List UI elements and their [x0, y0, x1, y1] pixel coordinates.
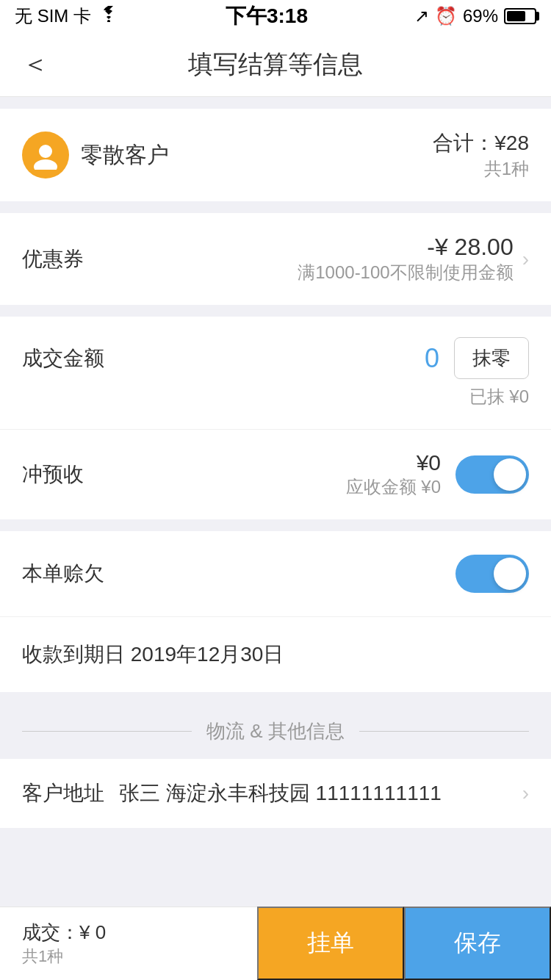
bottom-info: 成交：¥ 0 共1种: [0, 907, 257, 980]
status-right: ↗ ⏰ 69%: [414, 6, 536, 26]
wifi-icon: [98, 6, 119, 26]
bottom-transaction-value: ¥ 0: [79, 921, 106, 943]
round-zero-button[interactable]: 抹零: [454, 337, 529, 379]
customer-avatar: [22, 131, 69, 179]
customer-total: 合计：¥28: [433, 129, 529, 157]
save-button[interactable]: 保存: [404, 907, 551, 980]
customer-name: 零散客户: [81, 140, 169, 170]
prepay-sub: 应收金额 ¥0: [346, 475, 441, 499]
credit-row: 本单赊欠: [0, 531, 551, 616]
carrier-text: 无 SIM 卡: [15, 4, 91, 28]
coupon-desc: 满1000-100不限制使用金额: [298, 261, 513, 284]
bottom-transaction: 成交：¥ 0: [22, 920, 235, 945]
back-button[interactable]: ＜: [22, 46, 48, 82]
address-chevron-icon: ›: [522, 782, 529, 805]
address-label: 客户地址: [22, 779, 104, 807]
coupon-right: -¥ 28.00 满1000-100不限制使用金额 ›: [298, 234, 529, 284]
address-section[interactable]: 客户地址 张三 海淀永丰科技园 11111111111 ›: [0, 759, 551, 828]
logistics-separator: 物流 & 其他信息: [0, 704, 551, 759]
coupon-section[interactable]: 优惠券 -¥ 28.00 满1000-100不限制使用金额 ›: [0, 213, 551, 305]
prepay-row: 冲预收 ¥0 应收金额 ¥0: [22, 450, 529, 499]
coupon-row[interactable]: 优惠券 -¥ 28.00 满1000-100不限制使用金额 ›: [0, 213, 551, 305]
address-value: 张三 海淀永丰科技园 11111111111: [119, 779, 522, 807]
page-title: 填写结算等信息: [188, 48, 363, 82]
transaction-label: 成交金额: [22, 345, 104, 372]
location-icon: ↗: [414, 6, 429, 26]
sep-line-right: [359, 731, 529, 732]
prepay-right: ¥0 应收金额 ¥0: [346, 450, 529, 499]
transaction-right: 0 抹零: [425, 337, 529, 379]
transaction-section: 成交金额 0 抹零 已抹 ¥0: [0, 317, 551, 430]
bottom-transaction-label: 成交：: [22, 921, 79, 943]
separator-line: 物流 & 其他信息: [22, 718, 529, 744]
svg-point-1: [39, 145, 52, 158]
prepay-toggle[interactable]: [455, 455, 529, 494]
chevron-right-icon: ›: [522, 248, 529, 271]
transaction-row: 成交金额 0 抹零: [22, 337, 529, 379]
due-date-content: 收款到期日 2019年12月30日: [22, 643, 284, 666]
address-row[interactable]: 客户地址 张三 海淀永丰科技园 11111111111 ›: [0, 759, 551, 828]
toggle-knob: [494, 458, 526, 491]
credit-toggle-knob: [494, 558, 526, 590]
customer-count: 共1种: [433, 157, 529, 181]
logistics-label: 物流 & 其他信息: [206, 718, 345, 744]
transaction-value: 0: [425, 343, 439, 374]
coupon-label: 优惠券: [22, 245, 84, 273]
customer-right: 合计：¥28 共1种: [433, 129, 529, 181]
svg-point-0: [107, 20, 110, 22]
credit-section: 本单赊欠 收款到期日 2019年12月30日: [0, 531, 551, 692]
nav-bar: ＜ 填写结算等信息: [0, 32, 551, 97]
coupon-amount: -¥ 28.00: [298, 234, 513, 261]
alarm-icon: ⏰: [435, 6, 457, 26]
sep-line-left: [22, 731, 192, 732]
credit-label: 本单赊欠: [22, 560, 104, 588]
credit-toggle[interactable]: [455, 555, 529, 593]
prepay-value-block: ¥0 应收金额 ¥0: [346, 450, 441, 499]
coupon-value-block: -¥ 28.00 满1000-100不限制使用金额: [298, 234, 513, 284]
amounts-section: 成交金额 0 抹零 已抹 ¥0 冲预收 ¥0 应收金额 ¥0: [0, 317, 551, 519]
status-time: 下午3:18: [226, 2, 308, 30]
customer-left: 零散客户: [22, 131, 169, 179]
status-bar: 无 SIM 卡 下午3:18 ↗ ⏰ 69%: [0, 0, 551, 32]
hold-button[interactable]: 挂单: [257, 907, 404, 980]
status-left: 无 SIM 卡: [15, 4, 119, 28]
prepay-label: 冲预收: [22, 461, 84, 489]
bottom-count: 共1种: [22, 945, 235, 968]
transaction-sub: 已抹 ¥0: [22, 385, 529, 408]
bottom-bar: 成交：¥ 0 共1种 挂单 保存: [0, 907, 551, 980]
prepay-section: 冲预收 ¥0 应收金额 ¥0: [0, 430, 551, 519]
customer-row: 零散客户 合计：¥28 共1种: [0, 109, 551, 201]
prepay-amount: ¥0: [346, 450, 441, 475]
customer-section: 零散客户 合计：¥28 共1种: [0, 109, 551, 201]
battery-percent: 69%: [463, 6, 498, 26]
battery-icon: [504, 8, 536, 24]
due-date-section: 收款到期日 2019年12月30日: [0, 616, 551, 692]
svg-point-2: [34, 159, 57, 170]
